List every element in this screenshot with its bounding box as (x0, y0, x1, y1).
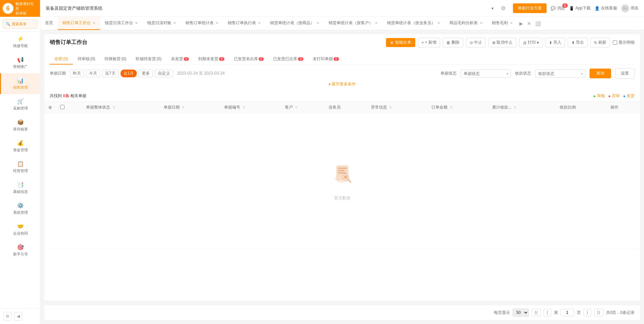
expand-more-conditions-btn[interactable]: ▾ 展开更多条件 (329, 81, 356, 87)
setting-button[interactable]: 设置 (615, 68, 635, 79)
tab-home[interactable]: 首页 (40, 17, 58, 30)
per-page-select[interactable]: 50 (513, 309, 529, 317)
tab-sales-profit[interactable]: 销售毛利 ✕ (487, 17, 517, 30)
sidebar-item-finance[interactable]: 💰 资金管理 (0, 136, 40, 157)
sidebar-item-system[interactable]: ⚙️ 系统管理 (0, 198, 40, 219)
industry-solution-button[interactable]: 体验行业方案 (513, 3, 547, 13)
th-settings[interactable]: ⚙ (44, 102, 56, 113)
tab-sales-order[interactable]: 销售订单工作台 ✕ (58, 17, 100, 30)
th-number[interactable]: 单据编号 ⇅ (220, 102, 281, 113)
date-more-btn[interactable]: 更多 (139, 70, 153, 77)
tab-close-product-margin[interactable]: ✕ (480, 21, 482, 25)
filter-tab-overdue-deliver[interactable]: 到期未发货0 (194, 54, 229, 65)
tab-close-all-button[interactable]: ✕ (525, 18, 533, 29)
show-detail-checkbox[interactable] (613, 40, 617, 45)
add-button[interactable]: + + 新增 (418, 38, 440, 47)
page-last-button[interactable]: ⟩⟩ (594, 309, 603, 316)
th-date[interactable]: 单据日期 ⇅ (160, 102, 220, 113)
tab-close-summary-prod[interactable]: ✕ (316, 21, 319, 25)
system-dropdown[interactable]: ▾ (491, 6, 493, 11)
payment-status-select[interactable]: 收款状态 (535, 70, 586, 78)
sidebar-item-basic-info[interactable]: 📑 基础信息 (0, 177, 40, 198)
stop-button[interactable]: ⊙ 中止 (466, 38, 486, 47)
page-input[interactable] (561, 309, 574, 316)
message-button[interactable]: 💬 消息 6 (551, 5, 565, 11)
sidebar-item-enterprise[interactable]: 🤝 企业协同 (0, 219, 40, 240)
th-salesperson[interactable]: 业务员 (325, 102, 367, 113)
gear-settings-button[interactable]: ⚙ (498, 3, 509, 13)
horizontal-scrollbar[interactable] (44, 301, 640, 305)
th-amount[interactable]: 订单金额 ⇅ (427, 102, 488, 113)
page-next-button[interactable]: ⟩ (584, 309, 591, 316)
cancel-audit-action-btn[interactable]: ● 弃审 (608, 93, 620, 99)
tab-scroll-right-button[interactable]: ▶ (517, 18, 525, 29)
th-exception[interactable]: 异常信息 ⇅ (367, 102, 427, 113)
tab-close-sales-exec[interactable]: ✕ (258, 21, 261, 25)
th-checkbox-all[interactable] (56, 102, 82, 113)
tab-sales-stat[interactable]: 销售订单统计表 ✕ (181, 17, 223, 30)
tab-sales-exec[interactable]: 销售订单执行表 ✕ (223, 17, 265, 30)
show-detail-checkbox-label[interactable]: 显示明细 (613, 40, 635, 45)
online-service-button[interactable]: 👤 在线客服 (595, 5, 617, 11)
filter-tab-pending-inspect[interactable]: 待择验货(0) (100, 54, 131, 65)
audit-action-btn[interactable]: ● 审核 (593, 93, 605, 99)
sidebar-item-inventory[interactable]: 📦 库存核算 (0, 115, 40, 136)
filter-tab-not-printed[interactable]: 未打印单据0 (308, 54, 344, 65)
tab-expand-button[interactable]: ⬜ (533, 18, 543, 29)
tab-cash-daily[interactable]: 钱货日清工作台 ✕ (100, 17, 142, 30)
delete-button[interactable]: 🗑 删除 (443, 38, 463, 47)
tab-cash-reconcile[interactable]: 钱货日清对账 ✕ (142, 17, 181, 30)
th-status[interactable]: 单据整体状态 ⇅ (82, 102, 160, 113)
page-first-button[interactable]: ⟨⟨ (531, 309, 541, 316)
filter-tab-all[interactable]: 全部(0) (50, 54, 73, 65)
table-scroll-area[interactable]: ⚙ 单据整体状态 ⇅ 单据日期 ⇅ 单据编号 (44, 102, 640, 301)
export-button[interactable]: ⬆ 导出 (568, 38, 588, 47)
sidebar-item-sales[interactable]: 📊 销售管理 (0, 73, 40, 94)
date-7days-btn[interactable]: 近7天 (102, 70, 119, 77)
deliver-action-btn[interactable]: ● 发货 (623, 93, 635, 99)
filter-tab-delivered-not-out[interactable]: 已发货未出库0 (229, 54, 269, 65)
tab-sales-summary-emp[interactable]: 销货单统计表（按业务员） ✕ (382, 17, 445, 30)
tab-close-sales-order[interactable]: ✕ (93, 21, 95, 25)
import-button[interactable]: ⬇ 导入 (545, 38, 565, 47)
app-download-button[interactable]: 📱 App下载 (569, 5, 591, 11)
tab-close-summary-cust[interactable]: ✕ (375, 21, 378, 25)
tab-product-margin[interactable]: 商品毛利分析表 ✕ (445, 17, 487, 30)
date-custom-btn[interactable]: 自定义 (155, 70, 173, 77)
sidebar-collapse-button[interactable]: ◀ (14, 312, 22, 321)
tab-close-summary-emp[interactable]: ✕ (437, 21, 440, 25)
search-menu-button[interactable]: 🔍 搜索菜单 (3, 19, 37, 29)
th-customer[interactable]: 客户 ⇅ (281, 102, 325, 113)
print-button[interactable]: 🖨 打印 ▾ (519, 38, 543, 47)
tab-close-sales-stat[interactable]: ✕ (216, 21, 218, 25)
filter-tab-not-delivered[interactable]: 未发货0 (166, 54, 194, 65)
sidebar-item-guide[interactable]: 🎯 新手引导 (0, 240, 40, 261)
smart-generate-button[interactable]: ★ 智能生单 (386, 38, 415, 47)
page-content: 销售订单工作台 ★ 智能生单 + + 新增 🗑 删除 ⊙ 中止 (40, 30, 644, 324)
filter-tab-pending-audit[interactable]: 待审核(0) (73, 54, 100, 65)
filter-tab-delivered-out[interactable]: 已发货已出库0 (268, 54, 308, 65)
date-today-btn[interactable]: 今天 (86, 70, 100, 77)
tab-close-sales-profit[interactable]: ✕ (510, 21, 513, 25)
sidebar-item-purchase[interactable]: 🛒 采购管理 (0, 94, 40, 115)
sidebar-item-quick-nav[interactable]: ⚡ 快捷导航 (0, 32, 40, 52)
sidebar-item-operations[interactable]: 📋 经营管理 (0, 157, 40, 177)
sidebar-item-marketing[interactable]: 📢 营销推广 (0, 52, 40, 73)
user-menu[interactable]: Ea 用友 (621, 4, 639, 12)
tab-close-cash-reconcile[interactable]: ✕ (173, 21, 176, 25)
tab-sales-summary-cust[interactable]: 销货单统计表（按客户） ✕ (324, 17, 382, 30)
date-yesterday-btn[interactable]: 昨天 (70, 70, 84, 77)
sidebar-settings-button[interactable]: ⚙ (3, 312, 12, 321)
select-all-checkbox[interactable] (60, 105, 65, 109)
tab-sales-summary-prod[interactable]: 销货单统计表（按商品） ✕ (265, 17, 324, 30)
order-status-select[interactable]: 单据状态 (461, 70, 511, 78)
query-button[interactable]: 查询 (590, 69, 611, 78)
filter-tab-wangpu-deliver[interactable]: 旺铺待发货(0) (131, 54, 166, 65)
tab-close-cash-daily[interactable]: ✕ (135, 21, 138, 25)
th-collected[interactable]: 累计收款... ⇅ (488, 102, 556, 113)
page-prev-button[interactable]: ⟨ (544, 309, 551, 316)
refresh-button[interactable]: ↻ 刷新 (590, 38, 610, 47)
empty-state: 暂无数据 (44, 140, 640, 221)
date-1month-btn[interactable]: 近1月 (121, 70, 137, 77)
cancel-stop-button[interactable]: ⊗ 取消中止 (488, 38, 516, 47)
